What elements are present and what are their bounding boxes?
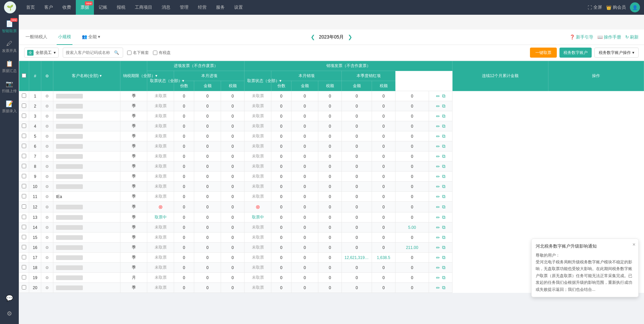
- cell-name[interactable]: [53, 121, 120, 131]
- prev-month-btn[interactable]: ❮: [311, 34, 315, 40]
- cell-out-status[interactable]: 未取票: [245, 273, 271, 283]
- edit-icon[interactable]: ✏: [436, 215, 440, 220]
- nav-business[interactable]: 工商项目: [130, 0, 157, 15]
- cell-in-status[interactable]: 未取票: [147, 151, 174, 161]
- cell-name[interactable]: [53, 91, 120, 101]
- cell-settings[interactable]: ⚙: [41, 141, 53, 151]
- staff-selector[interactable]: 全 全部员工 ▾: [24, 48, 59, 58]
- copy-icon[interactable]: ⧉: [442, 235, 445, 240]
- edit-icon[interactable]: ✏: [436, 154, 440, 159]
- sidebar-item-invoice-open[interactable]: 🖊 发票开具: [1, 38, 18, 56]
- cell-check[interactable]: [19, 192, 29, 202]
- th-check[interactable]: [19, 61, 29, 91]
- nav-manage[interactable]: 管理: [175, 0, 193, 15]
- cell-check[interactable]: [19, 283, 29, 293]
- cell-in-status[interactable]: 未取票: [147, 141, 174, 151]
- checkbox-sub-accounts[interactable]: 名下账套: [127, 50, 149, 56]
- cell-check[interactable]: [19, 202, 29, 212]
- cell-in-status[interactable]: 未取票: [147, 192, 174, 202]
- cell-check[interactable]: [19, 222, 29, 233]
- cell-check[interactable]: [19, 172, 29, 182]
- edit-icon[interactable]: ✏: [436, 174, 440, 179]
- cell-out-status[interactable]: 未取票: [245, 182, 271, 192]
- cell-name[interactable]: [53, 111, 120, 121]
- cell-check[interactable]: [19, 161, 29, 172]
- cell-in-status[interactable]: 未取票: [147, 283, 174, 293]
- edit-icon[interactable]: ✏: [436, 265, 440, 270]
- cell-out-status[interactable]: 未取票: [245, 161, 271, 172]
- edit-icon[interactable]: ✏: [436, 225, 440, 230]
- cell-in-status[interactable]: 未取票: [147, 222, 174, 233]
- cell-out-status[interactable]: 未取票: [245, 111, 271, 121]
- cell-out-status[interactable]: 未取票: [245, 243, 271, 253]
- copy-icon[interactable]: ⧉: [442, 113, 445, 119]
- cell-in-status[interactable]: 未取票: [147, 263, 174, 273]
- cell-check[interactable]: [19, 233, 29, 243]
- cell-out-status[interactable]: ⊗: [245, 202, 271, 212]
- cell-settings[interactable]: ⚙: [41, 222, 53, 233]
- cell-settings[interactable]: ⚙: [41, 212, 53, 222]
- copy-icon[interactable]: ⧉: [442, 265, 445, 270]
- cell-name[interactable]: [53, 212, 120, 222]
- cell-out-status[interactable]: 未取票: [245, 222, 271, 233]
- cell-settings[interactable]: ⚙: [41, 263, 53, 273]
- edit-icon[interactable]: ✏: [436, 255, 440, 260]
- cell-check[interactable]: [19, 273, 29, 283]
- cell-in-status[interactable]: 未取票: [147, 131, 174, 141]
- cell-check[interactable]: [19, 253, 29, 263]
- cell-settings[interactable]: ⚙: [41, 151, 53, 161]
- refresh-btn[interactable]: ↻ 刷新: [625, 34, 639, 40]
- cell-out-status[interactable]: 未取票: [245, 283, 271, 293]
- quick-ticket-btn[interactable]: 一键取票: [530, 48, 557, 58]
- fullscreen-btn[interactable]: ⛶ 全屏: [588, 4, 602, 10]
- cell-out-status[interactable]: 取票中: [245, 212, 271, 222]
- tab-general-taxpayer[interactable]: 一般纳税人: [24, 29, 49, 45]
- cell-in-status[interactable]: 未取票: [147, 91, 174, 101]
- guide-btn[interactable]: ❓ 新手引导: [570, 34, 593, 40]
- sidebar-item-smart-ticket[interactable]: 📄 智能取票 new: [1, 17, 18, 36]
- cell-check[interactable]: [19, 101, 29, 111]
- cell-check[interactable]: [19, 131, 29, 141]
- cell-settings[interactable]: ⚙: [41, 253, 53, 263]
- cell-in-status[interactable]: 取票中: [147, 212, 174, 222]
- edit-icon[interactable]: ✏: [436, 144, 440, 149]
- cell-settings[interactable]: ⚙: [41, 273, 53, 283]
- copy-icon[interactable]: ⧉: [442, 103, 445, 109]
- cell-out-status[interactable]: 未取票: [245, 263, 271, 273]
- edit-icon[interactable]: ✏: [436, 245, 440, 250]
- cell-check[interactable]: [19, 111, 29, 121]
- copy-icon[interactable]: ⧉: [442, 153, 445, 159]
- cell-name[interactable]: [53, 151, 120, 161]
- tab-small-scale[interactable]: 小规模: [57, 29, 72, 45]
- copy-icon[interactable]: ⧉: [442, 164, 445, 169]
- edit-icon[interactable]: ✏: [436, 285, 440, 290]
- cell-name[interactable]: [53, 263, 120, 273]
- copy-icon[interactable]: ⧉: [442, 184, 445, 189]
- edit-icon[interactable]: ✏: [436, 275, 440, 280]
- edit-icon[interactable]: ✏: [436, 104, 440, 109]
- cell-name[interactable]: [53, 172, 120, 182]
- cell-in-status[interactable]: 未取票: [147, 182, 174, 192]
- edit-icon[interactable]: ✏: [436, 164, 440, 169]
- cell-settings[interactable]: ⚙: [41, 161, 53, 172]
- sidebar-item-entry[interactable]: 📝 票据录入: [1, 98, 18, 116]
- copy-icon[interactable]: ⧉: [442, 143, 445, 149]
- cell-in-status[interactable]: 未取票: [147, 121, 174, 131]
- copy-icon[interactable]: ⧉: [442, 224, 445, 230]
- cell-settings[interactable]: ⚙: [41, 131, 53, 141]
- nav-service[interactable]: 服务: [211, 0, 229, 15]
- cell-out-status[interactable]: 未取票: [245, 141, 271, 151]
- cell-check[interactable]: [19, 151, 29, 161]
- cell-out-status[interactable]: 未取票: [245, 101, 271, 111]
- copy-icon[interactable]: ⧉: [442, 194, 445, 199]
- cell-out-status[interactable]: 未取票: [245, 91, 271, 101]
- user-avatar[interactable]: 👤: [630, 2, 640, 12]
- cell-check[interactable]: [19, 121, 29, 131]
- cell-in-status[interactable]: 未取票: [147, 161, 174, 172]
- edit-icon[interactable]: ✏: [436, 134, 440, 139]
- copy-icon[interactable]: ⧉: [442, 204, 445, 210]
- cell-settings[interactable]: ⚙: [41, 192, 53, 202]
- cell-name[interactable]: [53, 141, 120, 151]
- cell-in-status[interactable]: 未取票: [147, 243, 174, 253]
- edit-icon[interactable]: ✏: [436, 204, 440, 210]
